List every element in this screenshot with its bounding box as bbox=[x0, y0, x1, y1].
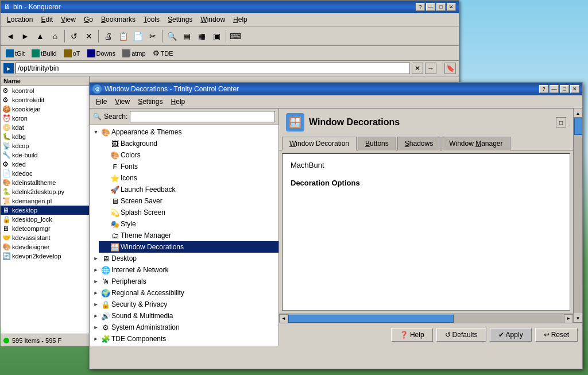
bookmark-atmp[interactable]: atmp bbox=[120, 49, 148, 58]
tab-shadows[interactable]: Shadows bbox=[397, 137, 440, 150]
tcc-maximize-btn[interactable]: □ bbox=[560, 85, 569, 93]
tree-row-security[interactable]: ► 🔒 Security & Privacy bbox=[90, 299, 278, 310]
terminal-button[interactable]: ⌨ bbox=[229, 29, 242, 43]
expander-sysadmin[interactable]: ► bbox=[92, 323, 100, 331]
address-extra-btn[interactable]: 🔖 bbox=[444, 63, 456, 74]
tree-row-screen-saver[interactable]: 🖥 Screen Saver bbox=[99, 195, 278, 207]
tree-row-sysadmin[interactable]: ► ⚙ System Administration bbox=[90, 322, 278, 333]
scroll-down-btn[interactable]: ▼ bbox=[574, 314, 583, 323]
list-item[interactable]: 📜kdemangen.pl bbox=[1, 196, 89, 206]
file-list[interactable]: ⚙kcontrol ⚙kcontroledit 🍪kcookiejar ⏰kcr… bbox=[1, 86, 89, 334]
list-item[interactable]: 🖥kdetcompmgr bbox=[1, 224, 89, 233]
bookmark-tbuild[interactable]: tBuild bbox=[29, 49, 59, 58]
list-item[interactable]: ⚙kcontroledit bbox=[1, 95, 89, 105]
tree-row-icons[interactable]: ⭐ Icons bbox=[99, 172, 278, 184]
scroll-track-v[interactable] bbox=[574, 118, 583, 314]
list-item[interactable]: 🎨kdevdesigner bbox=[1, 242, 89, 252]
expander-security[interactable]: ► bbox=[92, 300, 100, 308]
tcc-close-btn[interactable]: ✕ bbox=[570, 85, 579, 93]
expander-peripherals[interactable]: ► bbox=[92, 277, 100, 285]
tree-item-desktop[interactable]: ► 🖥 Desktop bbox=[90, 253, 278, 264]
list-item[interactable]: 🤝kdevassistant bbox=[1, 233, 89, 242]
expander-regional[interactable]: ► bbox=[92, 289, 100, 297]
tcc-menu-settings[interactable]: Settings bbox=[134, 96, 166, 107]
defaults-button[interactable]: ↺ Defaults bbox=[436, 328, 486, 342]
tree-item-security[interactable]: ► 🔒 Security & Privacy bbox=[90, 299, 278, 310]
menu-location[interactable]: Location bbox=[3, 14, 36, 25]
expander-desktop[interactable]: ► bbox=[92, 254, 100, 262]
apply-button[interactable]: ✔ Apply bbox=[490, 328, 532, 342]
bookmark-ot[interactable]: oT bbox=[61, 49, 83, 58]
tree-row-theme-manager[interactable]: 🗂 Theme Manager bbox=[99, 230, 278, 241]
stop-button[interactable]: ✕ bbox=[82, 29, 96, 43]
list-item[interactable]: 📡kdcop bbox=[1, 141, 89, 150]
list-item[interactable]: ⚙kcontrol bbox=[1, 86, 89, 95]
cut-button[interactable]: ✂ bbox=[146, 29, 160, 43]
address-go-btn[interactable]: → bbox=[425, 63, 436, 74]
list-item[interactable]: 🐛kdbg bbox=[1, 132, 89, 141]
scroll-track[interactable] bbox=[288, 314, 564, 323]
address-input[interactable] bbox=[16, 63, 410, 74]
list-item[interactable]: ⚙kded bbox=[1, 160, 89, 169]
menu-edit[interactable]: Edit bbox=[37, 14, 56, 25]
reload-button[interactable]: ↺ bbox=[67, 29, 81, 43]
list-item[interactable]: 🔄kdevpri2kdevelop bbox=[1, 252, 89, 261]
list-item[interactable]: 📄kdedoc bbox=[1, 169, 89, 178]
up-button[interactable]: ▲ bbox=[33, 29, 47, 43]
expander-sound[interactable]: ► bbox=[92, 312, 100, 320]
list-item[interactable]: ⏰kcron bbox=[1, 114, 89, 123]
tree-row-appearance[interactable]: ▼ 🎨 Appearance & Themes bbox=[90, 126, 278, 138]
bookmark-tgit[interactable]: tGit bbox=[3, 49, 27, 58]
scroll-up-btn[interactable]: ▲ bbox=[574, 109, 583, 118]
list-item[interactable]: 🎨kdeinstalltheme bbox=[1, 178, 89, 187]
scroll-right-btn[interactable]: ► bbox=[564, 314, 573, 323]
tab-window-decoration[interactable]: Window Decoration bbox=[282, 137, 357, 150]
tcc-minimize-btn[interactable]: — bbox=[550, 85, 559, 93]
list-item[interactable]: 🔒kdesktop_lock bbox=[1, 215, 89, 224]
konqueror-help-btn[interactable]: ? bbox=[416, 3, 425, 11]
find-button[interactable]: 🔍 bbox=[165, 29, 179, 43]
tab-buttons[interactable]: Buttons bbox=[358, 137, 396, 150]
back-button[interactable]: ◄ bbox=[3, 29, 17, 43]
tree-row-desktop[interactable]: ► 🖥 Desktop bbox=[90, 253, 278, 264]
tree-row-tde[interactable]: ► 🧩 TDE Components bbox=[90, 333, 278, 345]
tcc-help-btn[interactable]: ? bbox=[539, 85, 548, 93]
forward-button[interactable]: ► bbox=[18, 29, 32, 43]
tab-window-manager[interactable]: Window Manager bbox=[442, 137, 510, 150]
tree-row-regional[interactable]: ► 🌍 Regional & Accessibility bbox=[90, 287, 278, 299]
konqueror-close-btn[interactable]: ✕ bbox=[447, 3, 456, 11]
tree-item-appearance[interactable]: ▼ 🎨 Appearance & Themes 🖼 Background 🎨 bbox=[90, 126, 278, 253]
view3-button[interactable]: ▣ bbox=[210, 29, 223, 43]
tree-row-window-deco[interactable]: 🪟 Window Decorations bbox=[99, 241, 278, 253]
list-item[interactable]: 🐍kdelnk2desktop.py bbox=[1, 187, 89, 196]
address-clear-btn[interactable]: ✕ bbox=[412, 63, 423, 74]
menu-go[interactable]: Go bbox=[80, 14, 96, 25]
home-button[interactable]: ⌂ bbox=[48, 29, 62, 43]
tree-row-splash-screen[interactable]: 💫 Splash Screen bbox=[99, 207, 278, 218]
vertical-scrollbar[interactable]: ▲ ▼ bbox=[573, 109, 582, 323]
list-item[interactable]: 🔧kde-build bbox=[1, 150, 89, 160]
konqueror-minimize-btn[interactable]: — bbox=[426, 3, 435, 11]
tree-item-peripherals[interactable]: ► 🖱 Peripherals bbox=[90, 276, 278, 287]
list-item-selected[interactable]: 🖥kdesktop bbox=[1, 206, 89, 215]
tree-row-fonts[interactable]: F Fonts bbox=[99, 161, 278, 172]
view2-button[interactable]: ▦ bbox=[195, 29, 208, 43]
panel-expand-btn[interactable]: □ bbox=[556, 117, 566, 127]
tree-item-internet[interactable]: ► 🌐 Internet & Network bbox=[90, 264, 278, 276]
tree-row-launch-feedback[interactable]: 🚀 Launch Feedback bbox=[99, 184, 278, 195]
print-button[interactable]: 🖨 bbox=[101, 29, 115, 43]
menu-help[interactable]: Help bbox=[230, 14, 251, 25]
tree-row-sound[interactable]: ► 🔊 Sound & Multimedia bbox=[90, 310, 278, 322]
menu-settings[interactable]: Settings bbox=[164, 14, 196, 25]
help-button[interactable]: ❓ Help bbox=[391, 328, 433, 342]
list-item[interactable]: 🍪kcookiejar bbox=[1, 105, 89, 114]
bookmark-downs[interactable]: Downs bbox=[85, 49, 118, 58]
menu-window[interactable]: Window bbox=[197, 14, 229, 25]
horizontal-scrollbar[interactable]: ◄ ► bbox=[279, 314, 573, 323]
expander-tde[interactable]: ► bbox=[92, 335, 100, 343]
tree-item-sysadmin[interactable]: ► ⚙ System Administration bbox=[90, 322, 278, 333]
menu-view[interactable]: View bbox=[57, 14, 79, 25]
view1-button[interactable]: ▤ bbox=[180, 29, 194, 43]
paste-button[interactable]: 📄 bbox=[131, 29, 145, 43]
tree-row-background[interactable]: 🖼 Background bbox=[99, 138, 278, 149]
